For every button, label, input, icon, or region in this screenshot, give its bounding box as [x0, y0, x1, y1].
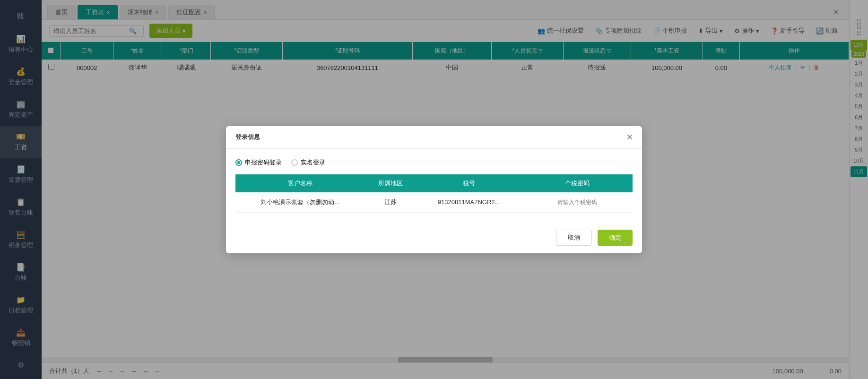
- radio-password-label: 申报密码登录: [245, 158, 282, 167]
- confirm-button[interactable]: 确定: [598, 230, 633, 246]
- radio-password-login[interactable]: 申报密码登录: [235, 158, 282, 167]
- dialog-cell-region: 江苏: [365, 192, 416, 213]
- dialog-col-password: 个税密码: [521, 174, 633, 192]
- dialog-col-tax-no: 税号: [416, 174, 521, 192]
- dialog-header: 登录信息 ✕: [226, 126, 642, 149]
- login-dialog: 登录信息 ✕ 申报密码登录 实名登录 客户名称 所属地区: [226, 126, 642, 253]
- dialog-title: 登录信息: [235, 133, 260, 141]
- dialog-table-row: 刘小艳演示账套（勿删勿动... 江苏 91320811MA7NGR2...: [235, 192, 633, 213]
- radio-real-name-login[interactable]: 实名登录: [291, 158, 325, 167]
- radio-realname-label: 实名登录: [301, 158, 325, 167]
- cancel-button[interactable]: 取消: [556, 230, 592, 246]
- dialog-overlay: 登录信息 ✕ 申报密码登录 实名登录 客户名称 所属地区: [0, 0, 868, 379]
- individual-tax-password-input[interactable]: [544, 199, 610, 206]
- dialog-col-region: 所属地区: [365, 174, 416, 192]
- login-type-radio-group: 申报密码登录 实名登录: [235, 158, 633, 167]
- dialog-body: 申报密码登录 实名登录 客户名称 所属地区 税号 个税密码: [226, 149, 642, 222]
- dialog-cell-tax-no: 91320811MA7NGR2...: [416, 192, 521, 213]
- dialog-cell-name: 刘小艳演示账套（勿删勿动...: [235, 192, 365, 213]
- login-info-table: 客户名称 所属地区 税号 个税密码 刘小艳演示账套（勿删勿动... 江苏 913…: [235, 174, 633, 213]
- dialog-col-name: 客户名称: [235, 174, 365, 192]
- radio-dot-password: [235, 159, 242, 166]
- dialog-close-button[interactable]: ✕: [626, 133, 633, 142]
- dialog-footer: 取消 确定: [226, 222, 642, 253]
- radio-dot-realname: [291, 159, 298, 166]
- dialog-cell-password[interactable]: [521, 192, 633, 213]
